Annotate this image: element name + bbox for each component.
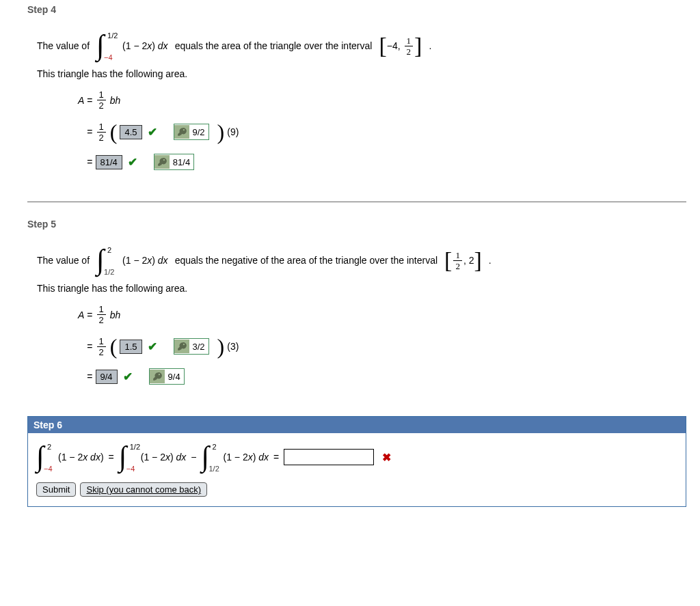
check-icon: ✔ — [123, 370, 133, 384]
key-icon — [154, 155, 170, 169]
formula-row-2: A = 12 ( 1.5 ✔ 3/2 ) (3) — [78, 335, 686, 357]
key-icon — [174, 340, 189, 353]
step6-equation: ∫ 2 −4 (1 − 2x dx) = ∫ 1/2 −4 (1 − 2x) d… — [36, 443, 677, 471]
formula-row-3: A = 9/4 ✔ 9/4 — [78, 368, 686, 385]
integrand: (1 − 2x) dx — [122, 40, 168, 51]
step6-panel: Step 6 ∫ 2 −4 (1 − 2x dx) = ∫ 1/2 −4 (1 … — [27, 416, 686, 507]
text: equals the negative of the area of the t… — [175, 255, 438, 266]
integrand: (1 − 2x dx) — [58, 452, 104, 463]
key-icon — [150, 370, 165, 383]
step4-header: Step 4 — [27, 0, 686, 19]
formula-row-3: A = 81/4 ✔ 81/4 — [78, 154, 686, 170]
period: . — [489, 255, 492, 266]
answer-box[interactable]: 4.5 — [120, 125, 142, 139]
skip-button[interactable]: Skip (you cannot come back) — [80, 482, 207, 497]
integral-icon: ∫ 2 −4 — [36, 443, 55, 471]
divider — [27, 202, 686, 202]
formula-row-1: A = 12 bh — [78, 90, 686, 110]
step5-panel: The value of ∫ 2 1/2 (1 − 2x) dx equals … — [27, 234, 686, 409]
step6-header: Step 6 — [28, 417, 686, 433]
check-icon: ✔ — [148, 340, 157, 354]
step5-header: Step 5 — [27, 215, 686, 234]
answer-box[interactable]: 1.5 — [120, 340, 142, 354]
key-answer: 81/4 — [154, 154, 194, 170]
step4-line1: The value of ∫ 1/2 −4 (1 − 2x) dx equals… — [37, 31, 686, 60]
integral-icon: ∫ 1/2 −4 — [96, 31, 116, 60]
cross-icon: ✖ — [382, 451, 391, 464]
text: The value of — [37, 40, 90, 51]
integrand: (1 − 2x) dx — [224, 452, 269, 463]
interval: [ 12 , 2 ] — [444, 249, 482, 272]
integral-icon: ∫ 2 1/2 — [202, 443, 221, 471]
step4-panel: The value of ∫ 1/2 −4 (1 − 2x) dx equals… — [27, 19, 686, 195]
formula-row-2: A = 12 ( 4.5 ✔ 9/2 ) (9) — [78, 121, 686, 143]
answer-box[interactable]: 81/4 — [96, 155, 122, 169]
text: equals the area of the triangle over the… — [175, 40, 373, 51]
answer-box[interactable]: 9/4 — [96, 370, 118, 384]
text: The value of — [37, 255, 90, 266]
integral-icon: ∫ 2 1/2 — [96, 246, 116, 275]
key-answer: 3/2 — [174, 338, 209, 355]
integrand: (1 − 2x) dx — [122, 255, 168, 266]
key-answer: 9/2 — [174, 124, 209, 140]
step5-line1: The value of ∫ 2 1/2 (1 − 2x) dx equals … — [37, 246, 686, 275]
submit-button[interactable]: Submit — [36, 482, 76, 497]
step5-area-intro: This triangle has the following area. — [37, 283, 686, 294]
check-icon: ✔ — [128, 155, 137, 169]
suffix: (9) — [227, 126, 239, 137]
period: . — [429, 40, 431, 51]
step4-area-intro: This triangle has the following area. — [37, 68, 686, 79]
integrand: (1 − 2x) dx — [141, 452, 187, 463]
answer-input[interactable] — [284, 449, 374, 465]
formula-row-1: A = 12 bh — [78, 305, 686, 325]
key-answer: 9/4 — [149, 368, 185, 385]
check-icon: ✔ — [148, 125, 157, 139]
integral-icon: ∫ 1/2 −4 — [119, 443, 138, 471]
suffix: (3) — [227, 341, 239, 352]
interval: [ −4, 12 ] — [379, 34, 422, 57]
key-icon — [174, 125, 189, 139]
